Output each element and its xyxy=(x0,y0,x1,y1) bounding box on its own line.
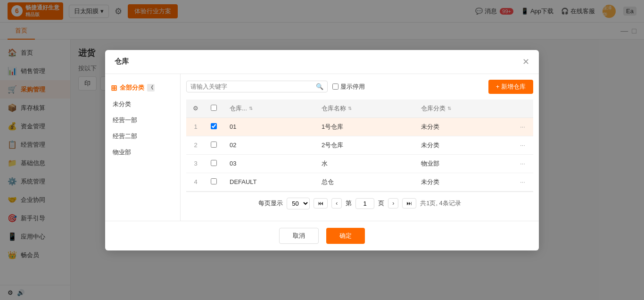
th-category: 仓库分类 ⇅ xyxy=(415,100,514,118)
row-category-2: 物业部 xyxy=(415,154,514,173)
table-row[interactable]: 4 DEFAULT 总仓 未分类 ··· xyxy=(186,173,533,191)
th-category-label: 仓库分类 xyxy=(421,104,446,113)
modal-pagination: 每页显示 50 ⏮ ‹ 第 页 › ⏭ 共1页, 4条记录 xyxy=(186,192,533,215)
warehouse-modal: 仓库 ✕ ⊞ 全部分类 《 未分类 经营一部 经营二部 物业部 xyxy=(105,50,539,250)
category-item-3[interactable]: 物业部 xyxy=(105,144,180,160)
th-name: 仓库名称 ⇅ xyxy=(316,100,415,118)
search-input[interactable] xyxy=(190,83,313,90)
th-code: 仓库... ⇅ xyxy=(224,100,316,118)
table-row[interactable]: 1 01 1号仓库 未分类 ··· xyxy=(186,117,533,136)
row-code-0: 01 xyxy=(224,117,316,136)
row-code-1: 02 xyxy=(224,136,316,154)
collapse-button[interactable]: 《 xyxy=(147,84,155,92)
all-category-header[interactable]: ⊞ 全部分类 《 xyxy=(105,80,180,96)
th-name-label: 仓库名称 xyxy=(322,104,346,113)
row-num-1: 2 xyxy=(186,136,205,154)
grid-icon: ⊞ xyxy=(111,83,117,92)
row-category-3: 未分类 xyxy=(415,173,514,191)
warehouse-table: ⚙ 仓库... ⇅ xyxy=(186,100,533,192)
row-name-3: 总仓 xyxy=(316,173,415,191)
per-page-select[interactable]: 50 xyxy=(287,198,310,209)
category-item-0[interactable]: 未分类 xyxy=(105,96,180,112)
th-code-label: 仓库... xyxy=(230,104,247,113)
row-code-2: 03 xyxy=(224,154,316,173)
th-gear: ⚙ xyxy=(186,100,205,118)
row-category-0: 未分类 xyxy=(415,117,514,136)
per-page-label: 每页显示 xyxy=(258,199,283,208)
row-checkbox-0[interactable] xyxy=(205,117,224,136)
search-icon: 🔍 xyxy=(316,83,323,90)
table-row[interactable]: 2 02 2号仓库 未分类 ··· xyxy=(186,136,533,154)
modal-category-sidebar: ⊞ 全部分类 《 未分类 经营一部 经营二部 物业部 xyxy=(105,74,181,221)
row-name-2: 水 xyxy=(316,154,415,173)
show-disabled-checkbox[interactable] xyxy=(332,83,339,90)
table-row[interactable]: 3 03 水 物业部 ··· xyxy=(186,154,533,173)
page-unit: 页 xyxy=(378,199,384,208)
gear-icon: ⚙ xyxy=(193,105,198,112)
row-checkbox-2[interactable] xyxy=(205,154,224,173)
table-header-row: ⚙ 仓库... ⇅ xyxy=(186,100,533,118)
confirm-button[interactable]: 确定 xyxy=(326,228,365,244)
row-name-0: 1号仓库 xyxy=(316,117,415,136)
row-num-3: 4 xyxy=(186,173,205,191)
all-category-label: 全部分类 xyxy=(120,83,144,92)
row-num-2: 3 xyxy=(186,154,205,173)
row-checkbox-3[interactable] xyxy=(205,173,224,191)
row-num-0: 1 xyxy=(186,117,205,136)
search-box: 🔍 xyxy=(186,81,328,92)
modal-header: 仓库 ✕ xyxy=(105,50,539,74)
modal-close-button[interactable]: ✕ xyxy=(522,57,529,67)
show-disabled-label: 显示停用 xyxy=(332,83,365,91)
first-page-button[interactable]: ⏮ xyxy=(314,198,328,208)
modal-overlay: 仓库 ✕ ⊞ 全部分类 《 未分类 经营一部 经营二部 物业部 xyxy=(0,0,644,300)
row-category-1: 未分类 xyxy=(415,136,514,154)
next-page-button[interactable]: › xyxy=(388,198,398,208)
total-info: 共1页, 4条记录 xyxy=(420,199,461,208)
row-actions-0[interactable]: ··· xyxy=(514,117,533,136)
last-page-button[interactable]: ⏭ xyxy=(402,198,416,208)
page-number-input[interactable] xyxy=(355,198,374,209)
category-item-2[interactable]: 经营二部 xyxy=(105,128,180,144)
modal-footer: 取消 确定 xyxy=(105,221,539,250)
sort-icon: ⇅ xyxy=(249,106,253,111)
row-actions-1[interactable]: ··· xyxy=(514,136,533,154)
modal-body: ⊞ 全部分类 《 未分类 经营一部 经营二部 物业部 🔍 xyxy=(105,74,539,221)
page-label: 第 xyxy=(346,199,352,208)
row-code-3: DEFAULT xyxy=(224,173,316,191)
row-checkbox-1[interactable] xyxy=(205,136,224,154)
add-warehouse-button[interactable]: + 新增仓库 xyxy=(488,80,533,94)
cancel-button[interactable]: 取消 xyxy=(279,228,319,244)
modal-title: 仓库 xyxy=(115,57,129,66)
select-all-checkbox[interactable] xyxy=(211,105,217,111)
modal-toolbar: 🔍 显示停用 + 新增仓库 xyxy=(186,80,533,94)
row-actions-2[interactable]: ··· xyxy=(514,154,533,173)
category-item-1[interactable]: 经营一部 xyxy=(105,112,180,128)
row-actions-3[interactable]: ··· xyxy=(514,173,533,191)
modal-main: 🔍 显示停用 + 新增仓库 ⚙ xyxy=(181,74,539,221)
sort-icon-category: ⇅ xyxy=(447,106,451,111)
row-name-1: 2号仓库 xyxy=(316,136,415,154)
prev-page-button[interactable]: ‹ xyxy=(331,198,342,208)
sort-icon-name: ⇅ xyxy=(348,106,352,111)
th-checkbox xyxy=(205,100,224,118)
th-actions xyxy=(514,100,533,118)
